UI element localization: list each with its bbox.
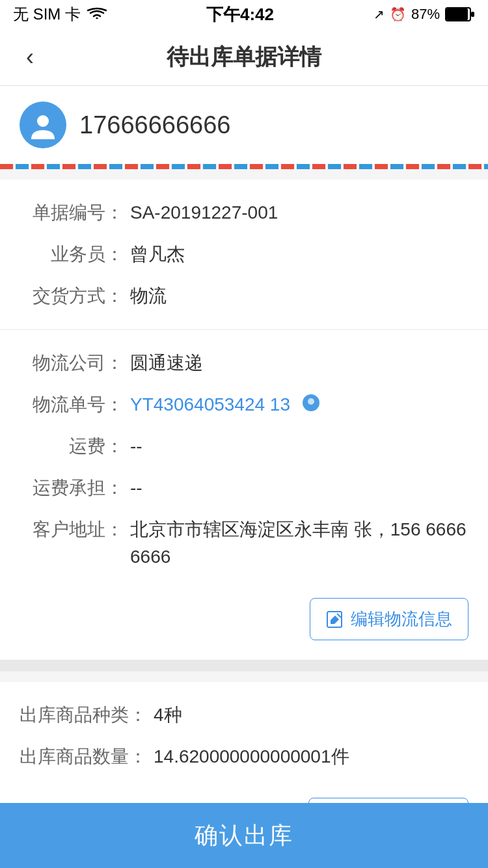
- order-no-row: 单据编号： SA-20191227-001: [20, 199, 468, 226]
- customer-header: 17666666666: [0, 86, 488, 164]
- goods-quantity-label: 出库商品数量：: [20, 743, 147, 770]
- address-row: 客户地址： 北京市市辖区海淀区永丰南 张，156 6666 6666: [20, 516, 468, 571]
- order-info-section: 单据编号： SA-20191227-001 业务员： 曾凡杰 交货方式： 物流: [0, 180, 488, 329]
- svg-point-3: [37, 115, 49, 127]
- page-title: 待出库单据详情: [167, 42, 321, 72]
- decorative-divider: [0, 164, 488, 169]
- logistics-section: 物流公司： 圆通速递 物流单号： YT43064053424 13 运费： --…: [0, 329, 488, 660]
- salesperson-row: 业务员： 曾凡杰: [20, 241, 468, 268]
- edit-logistics-button[interactable]: 编辑物流信息: [310, 598, 468, 640]
- delivery-value: 物流: [130, 282, 468, 310]
- tracking-row: 物流单号： YT43064053424 13: [20, 391, 468, 418]
- section-gap: [0, 660, 488, 671]
- delivery-row: 交货方式： 物流: [20, 282, 468, 310]
- thin-divider-2: [0, 671, 488, 671]
- nav-bar: ‹ 待出库单据详情: [0, 29, 488, 86]
- confirm-button[interactable]: 确认出库: [0, 803, 488, 868]
- tracking-value: YT43064053424 13: [130, 391, 468, 418]
- address-value: 北京市市辖区海淀区永丰南 张，156 6666 6666: [130, 516, 468, 571]
- logistics-company-label: 物流公司：: [20, 349, 124, 377]
- battery-text: 87%: [411, 6, 440, 23]
- logistics-company-value: 圆通速递: [130, 349, 468, 377]
- salesperson-label: 业务员：: [20, 241, 124, 268]
- avatar: [20, 102, 66, 148]
- salesperson-value: 曾凡杰: [130, 241, 468, 268]
- freight-value: --: [130, 433, 468, 460]
- user-icon: [29, 111, 57, 139]
- address-label: 客户地址：: [20, 516, 124, 543]
- freight-bearer-label: 运费承担：: [20, 474, 124, 502]
- freight-row: 运费： --: [20, 433, 468, 460]
- tracking-number: YT43064053424 13: [130, 391, 290, 418]
- location-status-icon: ↗: [373, 7, 385, 22]
- freight-bearer-row: 运费承担： --: [20, 474, 468, 502]
- edit-icon: [326, 610, 344, 629]
- freight-label: 运费：: [20, 433, 124, 460]
- goods-type-value: 4种: [154, 701, 468, 729]
- wifi-icon: [87, 7, 107, 21]
- freight-bearer-value: --: [130, 474, 468, 502]
- order-no-label: 单据编号：: [20, 199, 124, 226]
- goods-quantity-row: 出库商品数量： 14.620000000000001件: [20, 743, 468, 770]
- location-pin-icon[interactable]: [299, 393, 323, 416]
- battery-icon: [445, 7, 475, 22]
- carrier-text: 无 SIM 卡: [13, 4, 81, 25]
- order-no-value: SA-20191227-001: [130, 199, 468, 226]
- tracking-label: 物流单号：: [20, 391, 124, 418]
- status-bar: 无 SIM 卡 下午4:42 ↗ ⏰ 87%: [0, 0, 488, 29]
- goods-type-row: 出库商品种类： 4种: [20, 701, 468, 729]
- confirm-button-label: 确认出库: [195, 820, 293, 852]
- alarm-icon: ⏰: [390, 7, 406, 22]
- logistics-company-row: 物流公司： 圆通速递: [20, 349, 468, 377]
- delivery-label: 交货方式：: [20, 282, 124, 310]
- status-right: ↗ ⏰ 87%: [373, 6, 475, 23]
- edit-logistics-label: 编辑物流信息: [351, 608, 452, 631]
- customer-phone: 17666666666: [79, 111, 230, 139]
- time-display: 下午4:42: [206, 3, 274, 26]
- svg-rect-2: [471, 12, 474, 17]
- goods-type-label: 出库商品种类：: [20, 701, 147, 729]
- svg-rect-1: [446, 8, 468, 20]
- goods-quantity-value: 14.620000000000001件: [154, 743, 468, 770]
- back-button[interactable]: ‹: [20, 37, 40, 77]
- status-left: 无 SIM 卡: [13, 4, 107, 25]
